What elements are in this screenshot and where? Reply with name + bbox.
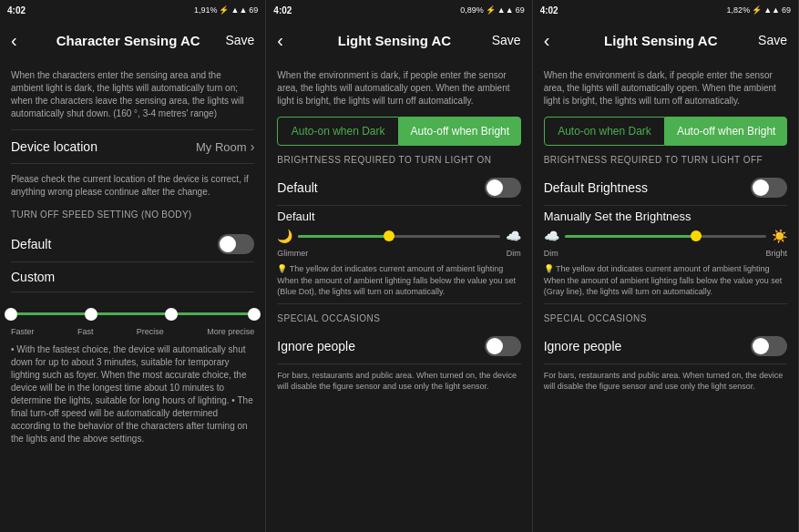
brightness-on-fill [298,235,389,238]
wifi-icon-2: ▲▲ [497,5,514,15]
device-location-value[interactable]: My Room › [196,139,254,154]
speed-label-precise: Precise [137,327,164,336]
back-button-3[interactable]: ‹ [544,30,571,51]
status-bar-2: 4:02 0,89% ⚡ ▲▲ 69 [266,0,531,20]
auto-on-dark-button-3[interactable]: Auto-on when Dark [544,117,666,146]
dim-label-2: Dim [507,249,521,258]
glimmer-label: Glimmer [277,249,308,258]
brightness-on-track[interactable] [298,235,499,238]
battery-2: 69 [516,5,525,15]
ignore-people-label-3: Ignore people [544,339,622,353]
brightness-off-sub-label: Manually Set the Brightness [544,210,787,223]
speed-label-more-precise: More precise [207,327,254,336]
content-2: When the environment is dark, if people … [266,60,531,532]
speed-thumb-3[interactable] [165,308,178,321]
back-button-2[interactable]: ‹ [277,30,304,51]
ignore-people-row-2: Ignore people [277,329,520,364]
speed-thumb-1[interactable] [5,308,17,321]
location-note: Please check the current location of the… [11,173,254,199]
speed-line [11,312,254,315]
header-3: ‹ Light Sensing AC Save [533,20,798,60]
save-button-3[interactable]: Save [751,33,787,47]
speed-track[interactable] [11,300,254,327]
status-icons-1: 1,91% ⚡ ▲▲ 69 [194,5,258,15]
slider-left-icon-2: 🌙 [277,229,292,243]
time-1: 4:02 [7,5,26,15]
default-label: Default [11,237,51,251]
mode-button-group-3: Auto-on when Dark Auto-off when Bright [544,117,787,146]
speed-labels: Faster Fast Precise More precise [11,327,254,336]
bluetooth-icon-2: ⚡ [486,5,496,15]
content-3: When the environment is dark, if people … [533,60,798,532]
brightness-off-note: 💡 The yellow dot indicates current amoun… [544,263,787,298]
special-occasions-title-2: SPECIAL OCCASIONS [277,313,520,323]
room-name: My Room [196,140,247,154]
back-button-1[interactable]: ‹ [11,30,38,51]
brightness-on-thumb[interactable] [384,230,394,241]
ignore-people-toggle-2[interactable] [485,336,521,356]
ignore-people-toggle-3[interactable] [751,336,787,356]
status-bar-3: 4:02 1,82% ⚡ ▲▲ 69 [533,0,798,20]
toggle-knob-2 [487,179,503,196]
brightness-on-sub-label: Default [277,210,520,223]
status-bar-1: 4:02 1,91% ⚡ ▲▲ 69 [0,0,265,20]
toggle-knob-ignore-3 [753,338,769,354]
device-location-row[interactable]: Device location My Room › [11,129,254,164]
page-title-3: Light Sensing AC [571,33,751,48]
slider-right-icon-2: ☁️ [506,229,521,243]
brightness-off-title: BRIGHTNESS REQUIRED TO TURN LIGHT OFF [544,155,787,165]
default-brightness-on-label: Default [277,180,317,195]
brightness-off-slider-labels: Dim Bright [544,249,787,258]
panel-character-sensing: 4:02 1,91% ⚡ ▲▲ 69 ‹ Character Sensing A… [0,0,266,532]
toggle-knob-ignore-2 [487,338,503,354]
speed-note: • With the fastest choice, the device wi… [11,343,254,445]
description-2: When the environment is dark, if people … [277,69,520,107]
page-title-2: Light Sensing AC [304,33,484,48]
auto-off-bright-button-3[interactable]: Auto-off when Bright [665,117,787,146]
brightness-off-track[interactable] [565,235,766,238]
slider-left-icon-3: ☁️ [544,229,559,243]
default-brightness-off-label: Default Brightness [544,180,648,195]
turn-off-section-label: TURN OFF SPEED SETTING (NO BODY) [11,210,254,220]
ignore-people-row-3: Ignore people [544,329,787,364]
speed-label-faster: Faster [11,327,35,336]
default-brightness-off-row: Default Brightness [544,170,787,206]
speed-thumb-4[interactable] [248,308,261,321]
battery-1: 69 [249,5,258,15]
save-button-1[interactable]: Save [218,33,254,47]
panel-light-sensing-off: 4:02 1,82% ⚡ ▲▲ 69 ‹ Light Sensing AC Sa… [533,0,799,532]
page-title-1: Character Sensing AC [38,33,218,48]
brightness-off-thumb[interactable] [691,230,702,241]
save-button-2[interactable]: Save [485,33,521,47]
speed-thumb-2[interactable] [85,308,97,321]
status-icons-3: 1,82% ⚡ ▲▲ 69 [727,5,791,15]
divider-3 [544,303,787,304]
default-brightness-off-toggle[interactable] [751,178,787,198]
status-icons-2: 0,89% ⚡ ▲▲ 69 [460,5,524,15]
bluetooth-icon: ⚡ [219,5,229,15]
speed-label-fast: Fast [77,327,94,336]
auto-on-dark-button-2[interactable]: Auto-on when Dark [277,117,399,146]
slider-right-icon-3: ☀️ [772,229,787,243]
default-toggle[interactable] [218,234,254,254]
extras-1: 1,91% [194,5,218,15]
brightness-on-slider-labels: Glimmer Dim [277,249,520,258]
toggle-knob-3 [753,179,769,196]
time-2: 4:02 [273,5,292,15]
chevron-right-icon: › [251,139,255,154]
dim-label-3: Dim [544,249,558,258]
wifi-icon-3: ▲▲ [763,5,780,15]
bright-label-3: Bright [765,249,787,258]
divider-2 [277,303,520,304]
custom-toggle-row: Custom [11,262,254,292]
custom-label: Custom [11,270,55,284]
auto-off-bright-button-2[interactable]: Auto-off when Bright [399,117,521,146]
default-brightness-on-row: Default [277,170,520,206]
default-brightness-on-toggle[interactable] [485,178,521,198]
extras-2: 0,89% [460,5,484,15]
speed-slider: Faster Fast Precise More precise [11,300,254,336]
special-note-3: For bars, restaurants and public area. W… [544,370,787,393]
bluetooth-icon-3: ⚡ [752,5,762,15]
brightness-on-title: BRIGHTNESS REQUIRED TO TURN LIGHT ON [277,155,520,165]
header-2: ‹ Light Sensing AC Save [266,20,531,60]
